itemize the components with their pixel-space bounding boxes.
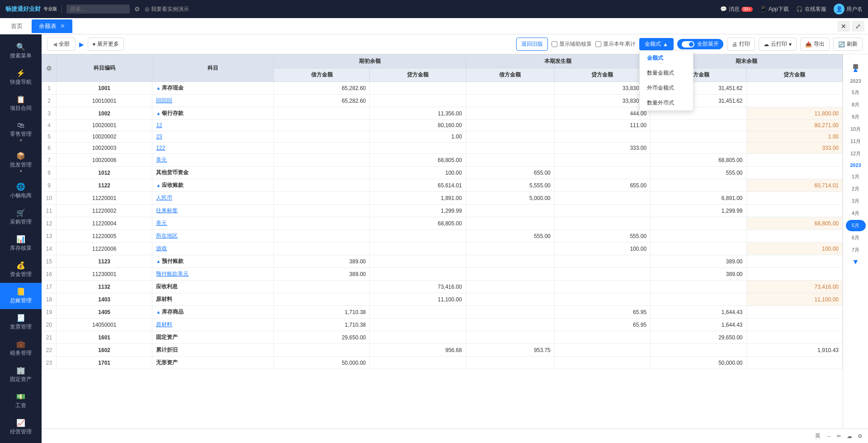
service-btn[interactable]: 🎧 在线客服 [796,5,826,13]
status-settings[interactable]: ⚙ [858,433,863,439]
show-auxiliary-checkbox[interactable] [552,41,557,47]
download-btn[interactable]: 📱 App下载 [760,5,789,13]
amount-mode-dropdown[interactable]: 金额式 ▲ 金额式 数量金额式 外币金额式 数量外币式 [639,38,674,50]
period-item-2023-09[interactable]: 9月 [846,111,866,123]
service-icon: 🎧 [796,6,803,12]
return-old-btn[interactable]: 退回旧版 [516,38,548,51]
period-item-2023-12[interactable]: 12月 [846,148,866,159]
row-num-cell: 11 [42,205,57,217]
sidebar-item-retail[interactable]: 🛍 零售管理 ▾ [0,117,42,147]
cb-debit-cell: 555.00 [651,167,746,179]
breadcrumb-btn[interactable]: ◀ 全部 [47,38,75,51]
row-num-cell: 16 [42,268,57,281]
refresh-label: 刷新 [847,40,858,48]
status-edit[interactable]: ✏ [837,433,841,439]
table-row: 191405▲ 库存商品1,710.3865.951,644.43 [42,306,843,319]
cloud-print-btn[interactable]: ☁ 云打印 ▾ [759,38,797,51]
settings-icon[interactable]: ⚙ [134,5,140,13]
subject-code-cell: 1123 [57,255,152,268]
refresh-btn[interactable]: 🔄 刷新 [833,38,863,51]
user-btn[interactable]: 👤 用户名 [834,4,863,14]
period-item-04[interactable]: 4月 [846,208,866,219]
period-item-06[interactable]: 6月 [846,232,866,243]
show-annual-checkbox[interactable] [595,41,601,47]
sidebar-item-ledger[interactable]: 📒 总账管理 [0,283,42,309]
tab-balance[interactable]: 余额表 ✕ [32,19,72,33]
sidebar-item-tax-label: 税务管理 [2,349,40,357]
period-nav-down[interactable]: ▼ [851,257,861,267]
sidebar-item-payroll[interactable]: 💵 工资 [0,388,42,414]
ob-debit-cell [274,205,369,217]
status-arrow[interactable]: → [826,433,831,439]
table-row: 2014050001原材料1,710.3865.951,644.43 [42,319,843,331]
message-btn[interactable]: 💬 消息 99+ [720,5,753,13]
row-num-cell: 15 [42,255,57,268]
sidebar-item-search[interactable]: 🔍 搜索菜单 [0,38,42,64]
dropdown-item-qty-amount[interactable]: 数量金额式 [640,66,693,81]
sidebar-item-quick-nav[interactable]: ⚡ 快捷导航 [0,64,42,91]
expand-more-btn[interactable]: ▾ 展开更多 [88,38,124,51]
sidebar-item-tax[interactable]: 💼 税务管理 [0,335,42,362]
table-wrapper[interactable]: ⚙ 科目编码 科目 期初余额 本期发生额 期末余额 借方金额 贷方金额 借方金额 [42,54,843,429]
sidebar-item-inventory[interactable]: 📊 库存核算 [0,230,42,257]
sidebar-item-operations[interactable]: 📈 经营管理 [0,414,42,440]
amount-mode-btn[interactable]: 金额式 ▲ [639,38,674,50]
tab-close-btn[interactable]: ✕ [837,21,850,32]
column-settings-icon[interactable]: ⚙ [46,65,52,72]
subject-name-cell: 原材料 [152,319,274,331]
sidebar-item-invoice[interactable]: 🧾 发票管理 [0,309,42,335]
sidebar-item-ecommerce[interactable]: 🌐 小畅电商 [0,178,42,204]
period-item-01[interactable]: 1月 [846,171,866,182]
sidebar-item-wholesale[interactable]: 📦 批发管理 ▾ [0,147,42,178]
period-item-07[interactable]: 7月 [846,244,866,256]
tab-home[interactable]: 首页 [4,19,30,33]
cloud-print-label: 云打印 [771,40,787,48]
print-btn[interactable]: 🖨 打印 [727,38,755,51]
period-item-2023-10[interactable]: 10月 [846,124,866,135]
row-num-cell: 20 [42,319,57,331]
sidebar-item-inventory-label: 库存核算 [2,244,40,252]
app-version: 专业版 [43,6,57,12]
status-lang[interactable]: 英 [815,432,821,440]
sidebar-item-project[interactable]: 📋 项目合同 [0,91,42,117]
cb-credit-cell: 100.00 [746,243,842,255]
dropdown-item-amount[interactable]: 金额式 [640,51,693,66]
cb-debit-cell: 68,805.00 [651,154,746,167]
row-num-cell: 13 [42,230,57,243]
period-item-2023-11[interactable]: 11月 [846,136,866,147]
export-btn[interactable]: 📤 导出 [800,38,830,51]
period-item-02[interactable]: 2月 [846,183,866,195]
cb-credit-cell: 333.00 [746,143,842,154]
subject-name-cell: 预付账款美元 [152,268,274,281]
sidebar-item-capital[interactable]: 💰 资金管理 [0,257,42,283]
show-auxiliary-text: 显示辅助核算 [559,40,592,48]
tab-expand-btn[interactable]: ⤢ [852,21,864,32]
tab-balance-close[interactable]: ✕ [60,23,65,29]
expand-all-toggle[interactable]: 全部展开 [677,39,723,49]
sidebar-item-assets[interactable]: 🏢 固定资产 [0,362,42,388]
sidebar-item-sales[interactable]: 📑 小畅报销 [0,440,42,443]
th-subject-code: 科目编码 [57,55,152,82]
top-search-input[interactable] [66,5,130,14]
show-annual-label[interactable]: 显示本年累计 [595,40,636,48]
period-item-03[interactable]: 3月 [846,195,866,207]
sidebar-item-payroll-label: 工资 [2,402,40,410]
period-item-2023-08[interactable]: 8月 [846,99,866,110]
period-item-05-active[interactable]: 5月 [846,220,866,231]
cb-credit-cell [746,268,842,281]
period-nav-up[interactable]: ▲ [851,64,861,75]
sidebar-item-purchase[interactable]: 🛒 采购管理 [0,204,42,230]
dropdown-item-foreign-amount[interactable]: 外币金额式 [640,81,693,95]
download-label: App下载 [769,5,789,13]
dropdown-item-qty-foreign[interactable]: 数量外币式 [640,95,693,110]
breadcrumb-forward-icon[interactable]: ▶ [79,41,84,48]
show-auxiliary-label[interactable]: 显示辅助核算 [552,40,592,48]
export-label: 导出 [814,40,825,48]
subject-name-cell: 往来标签 [152,205,274,217]
cd-credit-cell: 444.00 [554,107,650,120]
toolbar: ◀ 全部 ▶ ▾ 展开更多 退回旧版 显示辅助核算 显示本年累计 [42,34,868,54]
ob-debit-cell [274,230,369,243]
period-item-2023-05[interactable]: 5月 [846,87,866,98]
status-cloud[interactable]: ☁ [847,433,852,439]
demo-btn[interactable]: ◎ 我要看实例演示 [145,5,189,13]
